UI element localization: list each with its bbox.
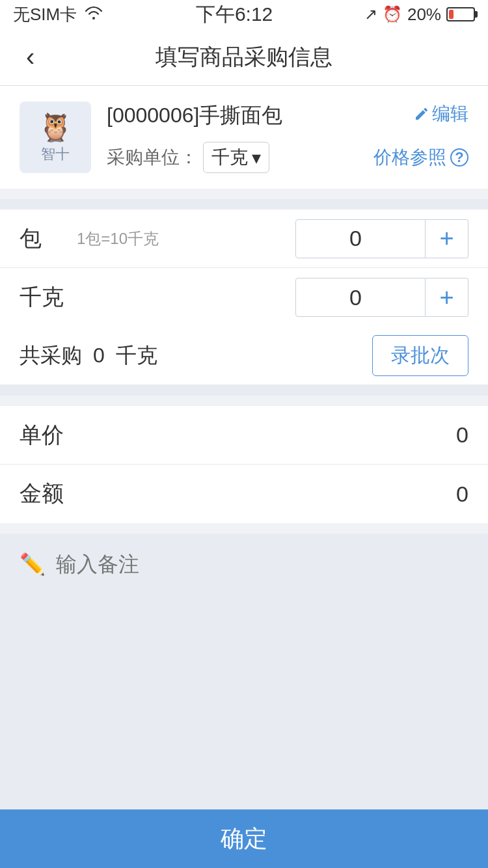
unit-dropdown[interactable]: 千克 ▾ bbox=[203, 142, 269, 173]
battery-icon bbox=[446, 7, 475, 21]
alarm-icon: ⏰ bbox=[383, 5, 402, 23]
product-name: [0000006]手撕面包 bbox=[107, 102, 282, 130]
record-batch-button[interactable]: 录批次 bbox=[372, 335, 468, 376]
product-header: [0000006]手撕面包 编辑 bbox=[107, 102, 468, 130]
bag-sublabel: 1包=10千克 bbox=[77, 228, 159, 249]
product-card: 🦉 智十 [0000006]手撕面包 编辑 采购单位： 千克 bbox=[0, 86, 488, 189]
pencil-icon: ✏️ bbox=[20, 552, 46, 576]
unit-price-row: 单价 0 bbox=[0, 406, 488, 465]
kg-input-area: + bbox=[72, 278, 468, 317]
notes-section: ✏️ bbox=[0, 534, 488, 595]
confirm-button-label: 确定 bbox=[221, 823, 267, 855]
confirm-button[interactable]: 确定 bbox=[0, 809, 488, 868]
page-title: 填写商品采购信息 bbox=[156, 42, 332, 72]
product-owl-icon: 🦉 bbox=[38, 111, 72, 143]
unit-label: 采购单位： 千克 ▾ bbox=[107, 142, 269, 173]
bag-label: 包 bbox=[20, 224, 72, 254]
kg-quantity-input[interactable] bbox=[295, 278, 426, 317]
content-spacer bbox=[0, 595, 488, 809]
status-bar: 无SIM卡 下午6:12 ↗ ⏰ 20% bbox=[0, 0, 488, 29]
wifi-icon bbox=[83, 5, 104, 25]
amount-label: 金额 bbox=[20, 479, 64, 509]
section-divider-2 bbox=[0, 385, 488, 396]
bag-quantity-input[interactable] bbox=[295, 219, 426, 258]
unit-price-label: 单价 bbox=[20, 420, 64, 450]
battery-percent: 20% bbox=[407, 5, 441, 25]
bag-plus-button[interactable]: + bbox=[426, 219, 468, 258]
bag-input-area: + bbox=[159, 219, 468, 258]
product-info: [0000006]手撕面包 编辑 采购单位： 千克 ▾ 价格 bbox=[107, 102, 468, 173]
dropdown-arrow-icon: ▾ bbox=[252, 147, 261, 169]
status-bar-left: 无SIM卡 bbox=[13, 3, 104, 26]
section-divider-1 bbox=[0, 199, 488, 210]
amount-value: 0 bbox=[456, 481, 468, 507]
product-unit-row: 采购单位： 千克 ▾ 价格参照 ? bbox=[107, 142, 468, 173]
carrier-text: 无SIM卡 bbox=[13, 3, 77, 26]
product-brand: 智十 bbox=[41, 144, 70, 164]
price-reference-button[interactable]: 价格参照 ? bbox=[373, 145, 468, 170]
kg-label: 千克 bbox=[20, 282, 72, 312]
bag-row: 包 1包=10千克 + bbox=[0, 210, 488, 268]
location-icon: ↗ bbox=[364, 5, 377, 23]
summary-row: 共采购 0 千克 录批次 bbox=[0, 327, 488, 385]
kg-row: 千克 + bbox=[0, 268, 488, 327]
edit-button[interactable]: 编辑 bbox=[414, 102, 468, 126]
price-section: 单价 0 金额 0 bbox=[0, 406, 488, 523]
unit-price-value: 0 bbox=[456, 422, 468, 448]
price-ref-help-icon: ? bbox=[450, 148, 468, 167]
back-button[interactable]: ‹ bbox=[20, 36, 41, 78]
battery-fill bbox=[449, 10, 454, 19]
product-thumbnail: 🦉 智十 bbox=[20, 102, 91, 173]
amount-row: 金额 0 bbox=[0, 465, 488, 523]
notes-input[interactable] bbox=[56, 552, 468, 576]
summary-value: 0 bbox=[93, 344, 105, 367]
status-bar-time: 下午6:12 bbox=[196, 1, 273, 28]
kg-plus-button[interactable]: + bbox=[426, 278, 468, 317]
status-bar-right: ↗ ⏰ 20% bbox=[364, 5, 475, 25]
nav-bar: ‹ 填写商品采购信息 bbox=[0, 29, 488, 86]
form-section: 包 1包=10千克 + 千克 + bbox=[0, 210, 488, 327]
summary-text: 共采购 0 千克 bbox=[20, 342, 157, 370]
